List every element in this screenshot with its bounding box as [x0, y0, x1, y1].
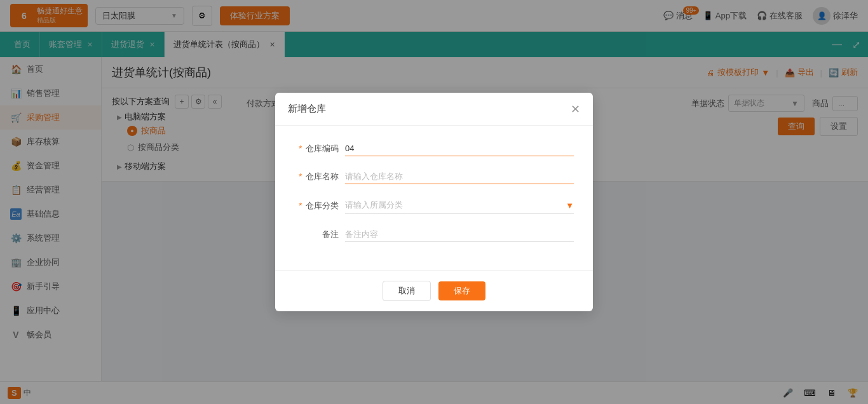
form-row-name: * 仓库名称 — [294, 169, 574, 184]
modal-overlay[interactable]: 新增仓库 ✕ * 仓库编码 * 仓库名称 — [0, 0, 868, 404]
dialog-body: * 仓库编码 * 仓库名称 * 仓库分类 请输入所属 — [275, 126, 593, 270]
dialog-close-button[interactable]: ✕ — [571, 104, 580, 115]
save-button[interactable]: 保存 — [438, 281, 485, 300]
required-star: * — [299, 144, 302, 153]
form-row-category: * 仓库分类 请输入所属分类 ▼ — [294, 197, 574, 214]
category-chevron-icon: ▼ — [566, 201, 574, 210]
dialog-header: 新增仓库 ✕ — [275, 93, 593, 126]
note-label: 备注 — [294, 229, 345, 240]
cancel-button[interactable]: 取消 — [383, 281, 431, 301]
category-label: * 仓库分类 — [294, 200, 345, 212]
new-warehouse-dialog: 新增仓库 ✕ * 仓库编码 * 仓库名称 — [275, 93, 593, 311]
form-row-code: * 仓库编码 — [294, 141, 574, 156]
required-star-category: * — [299, 201, 302, 210]
code-label: * 仓库编码 — [294, 143, 345, 154]
category-placeholder: 请输入所属分类 — [345, 199, 403, 211]
required-star-name: * — [299, 172, 302, 181]
dialog-title: 新增仓库 — [288, 103, 326, 115]
category-select[interactable]: 请输入所属分类 ▼ — [345, 197, 574, 214]
name-label: * 仓库名称 — [294, 171, 345, 182]
form-row-note: 备注 — [294, 227, 574, 242]
dialog-footer: 取消 保存 — [275, 270, 593, 311]
note-input[interactable] — [345, 227, 574, 242]
warehouse-code-input[interactable] — [345, 141, 574, 156]
warehouse-name-input[interactable] — [345, 169, 574, 184]
